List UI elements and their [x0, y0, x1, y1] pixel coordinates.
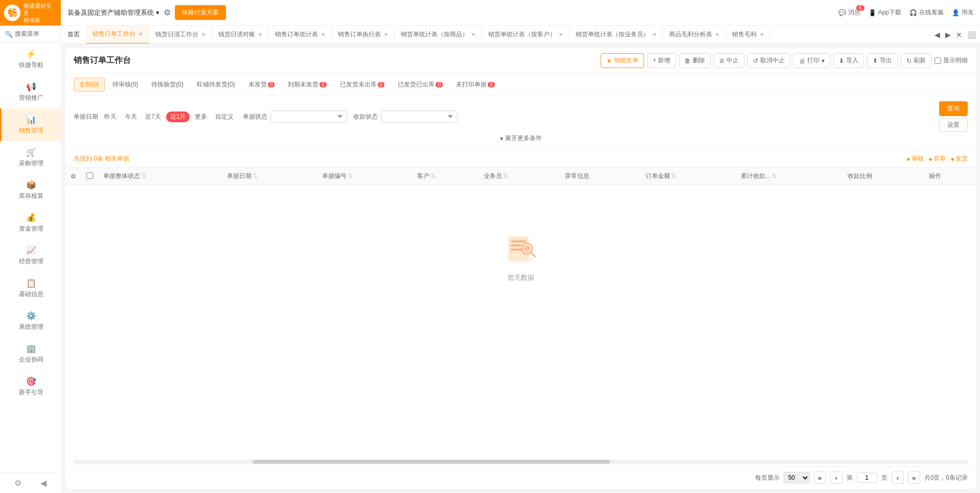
show-detail-checkbox[interactable]: [935, 57, 941, 64]
horizontal-scrollbar[interactable]: [74, 460, 968, 464]
filter-tab-not-printed[interactable]: 未打印单据0: [450, 78, 500, 92]
table-settings-icon[interactable]: ⚙: [65, 168, 81, 185]
settings-icon[interactable]: ⚙: [14, 478, 21, 488]
table-column-date[interactable]: 单据日期⇅: [222, 168, 317, 185]
message-icon-item[interactable]: 💬 6 消息: [838, 8, 860, 17]
sidebar-item-purchase[interactable]: 🛒采购管理: [0, 141, 61, 174]
import-button[interactable]: ⬇ 导入: [833, 53, 864, 68]
cancel-suspend-button[interactable]: ↺ 取消中止: [747, 53, 790, 68]
sidebar-item-sales[interactable]: 📊销售管理: [0, 108, 61, 141]
app-download-item[interactable]: 📱 App下载: [869, 8, 901, 17]
query-button[interactable]: 查询: [939, 101, 968, 116]
date-option[interactable]: 昨天: [101, 111, 120, 122]
tab-maximize-button[interactable]: ⬜: [965, 30, 978, 40]
sidebar-search[interactable]: 🔍 搜索菜单: [0, 26, 61, 43]
date-option[interactable]: 今天: [122, 111, 140, 122]
tab-scroll-right-button[interactable]: ▶: [943, 30, 953, 40]
export-button[interactable]: ⬆ 导出: [867, 53, 898, 68]
quick-ship-button[interactable]: ● 发货: [951, 154, 968, 163]
filter-tab-wangpu-pending[interactable]: 旺铺待发货(0): [191, 78, 241, 92]
filter-tab-pending-check[interactable]: 待拣验货(0): [146, 78, 189, 92]
table-column-amount[interactable]: 订单金额⇅: [641, 168, 736, 185]
date-option[interactable]: 近1月: [166, 111, 190, 122]
online-service-item[interactable]: 🎧 在线客服: [909, 8, 944, 17]
filter-tab-not-shipped[interactable]: 未发货0: [243, 78, 281, 92]
tab-scroll-left-button[interactable]: ◀: [932, 30, 942, 40]
last-page-button[interactable]: »: [908, 472, 920, 484]
tab-sales-summary-product[interactable]: 销货单统计表（按商品）✕: [395, 26, 482, 44]
tab-margin-analysis[interactable]: 商品毛利分析表✕: [663, 26, 726, 44]
print-button[interactable]: 🖨 打印 ▾: [793, 53, 830, 68]
tab-close-icon[interactable]: ✕: [201, 32, 206, 37]
quick-cancel-review-button[interactable]: ● 弃审: [929, 154, 946, 163]
sidebar-item-guide[interactable]: 🎯新手引导: [0, 370, 61, 403]
sidebar-item-inventory[interactable]: 📦库存核算: [0, 174, 61, 207]
tab-close-icon[interactable]: ✕: [715, 32, 719, 37]
tab-close-all-button[interactable]: ✕: [954, 30, 964, 40]
first-page-button[interactable]: «: [814, 472, 826, 484]
tab-sales-summary-staff[interactable]: 销货单统计表（按业务员）✕: [569, 26, 663, 44]
filter-tab-shipped-out[interactable]: 已发货已出库0: [392, 78, 448, 92]
filter-tab-shipped-not-out[interactable]: 已发货未出库0: [334, 78, 391, 92]
refresh-button[interactable]: ↻ 刷新: [901, 53, 931, 68]
filter-tab-pending-review[interactable]: 待审核(0): [107, 78, 144, 92]
tab-close-icon[interactable]: ✕: [258, 32, 262, 37]
sidebar-item-basic-info[interactable]: 📋基础信息: [0, 272, 61, 305]
tab-cash-reconcile[interactable]: 钱货日清对账✕: [212, 26, 269, 44]
tab-cash-daily[interactable]: 钱货日清工作台✕: [149, 26, 212, 44]
sidebar-item-finance[interactable]: 💰资金管理: [0, 207, 61, 239]
table-column-status[interactable]: 单据整体状态⇅: [98, 168, 222, 185]
tab-home[interactable]: 首页: [61, 26, 86, 44]
sidebar-item-enterprise[interactable]: 🏢企业协同: [0, 338, 61, 370]
solution-button[interactable]: 体验行业方案: [175, 5, 226, 20]
system-title[interactable]: 装备及固定资产辅助管理系统 ▾: [67, 8, 159, 17]
payment-select[interactable]: [381, 110, 458, 123]
prev-page-button[interactable]: ‹: [830, 472, 842, 484]
collapse-icon[interactable]: ◀: [40, 478, 47, 488]
expand-conditions-button[interactable]: ▾ 展开更多条件: [500, 134, 542, 143]
setting-button[interactable]: 设置: [939, 118, 968, 132]
table-column-number[interactable]: 单据编号⇅: [317, 168, 412, 185]
page-size-select[interactable]: 50 100: [784, 472, 810, 483]
tab-sales-stats[interactable]: 销售订单统计表✕: [269, 26, 332, 44]
user-item[interactable]: 👤 用友: [952, 8, 974, 17]
status-select[interactable]: [270, 110, 347, 123]
table-column-staff[interactable]: 业务员⇅: [478, 168, 559, 185]
sidebar-item-quick-nav[interactable]: ⚡快捷导航: [0, 43, 61, 76]
page-number-input[interactable]: [857, 473, 877, 483]
table-select-all-header[interactable]: [81, 168, 98, 185]
tab-close-icon[interactable]: ✕: [652, 32, 656, 37]
next-page-button[interactable]: ›: [892, 472, 904, 484]
date-option[interactable]: 自定义: [212, 111, 237, 122]
tab-close-icon[interactable]: ✕: [139, 31, 143, 37]
search-label: 搜索菜单: [15, 30, 39, 38]
tab-close-icon[interactable]: ✕: [559, 32, 563, 37]
tab-sales-exec[interactable]: 销售订单执行表✕: [332, 26, 395, 44]
sidebar-item-marketing[interactable]: 📢营销推广: [0, 76, 61, 108]
cancel-suspend-icon: ↺: [753, 57, 758, 64]
tab-close-icon[interactable]: ✕: [321, 32, 325, 37]
gear-icon[interactable]: ⚙: [164, 8, 171, 17]
suspend-button[interactable]: ⊘ 中止: [714, 53, 744, 68]
delete-button[interactable]: 🗑 删除: [679, 53, 711, 68]
date-option[interactable]: 近7天: [142, 111, 164, 122]
message-count-badge: 6: [856, 5, 864, 11]
add-button[interactable]: + 新增: [647, 53, 676, 68]
show-detail-checkbox-label[interactable]: 显示明细: [935, 56, 968, 65]
date-option[interactable]: 更多: [192, 111, 210, 122]
sidebar-item-system[interactable]: ⚙️系统管理: [0, 305, 61, 338]
tab-close-icon[interactable]: ✕: [760, 32, 764, 37]
tab-sales-summary-customer[interactable]: 销货单统计表（按客户）✕: [482, 26, 569, 44]
table-column-customer[interactable]: 客户⇅: [412, 168, 478, 185]
tab-close-icon[interactable]: ✕: [384, 32, 388, 37]
filter-tab-expired-not-shipped[interactable]: 到期未发货0: [282, 78, 332, 92]
tab-sales-profit[interactable]: 销售毛利✕: [726, 26, 770, 44]
table-column-collected[interactable]: 累计收款...⇅: [736, 168, 842, 185]
smart-create-button[interactable]: ★ 智能生单: [601, 53, 644, 68]
sidebar-item-operations[interactable]: 📈经营管理: [0, 239, 61, 272]
tab-close-icon[interactable]: ✕: [471, 32, 475, 37]
select-all-checkbox[interactable]: [86, 172, 93, 179]
tab-sales-workbench[interactable]: 销售订单工作台✕: [86, 26, 149, 44]
quick-review-button[interactable]: ● 审核: [906, 154, 923, 163]
filter-tab-all[interactable]: 全部(0): [74, 78, 105, 92]
